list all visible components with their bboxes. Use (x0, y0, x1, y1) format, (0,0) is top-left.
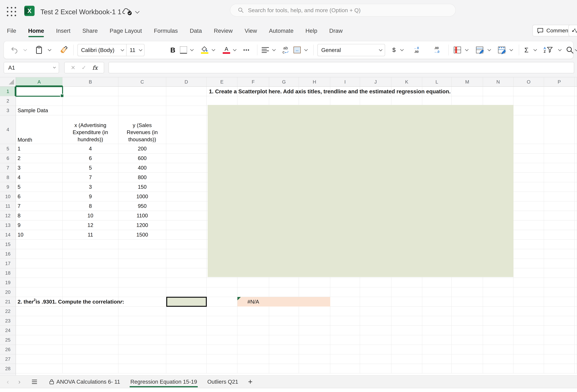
row-header-22[interactable]: 22 (0, 307, 16, 316)
cell-B24[interactable] (63, 326, 118, 335)
cell-K20[interactable] (391, 288, 422, 297)
cell-D12[interactable] (166, 211, 207, 221)
cell-A26[interactable] (16, 345, 63, 354)
cell-P8[interactable] (544, 173, 575, 182)
cell-G19[interactable] (269, 278, 299, 288)
column-header-F[interactable]: F (237, 77, 269, 87)
cell-H23[interactable] (299, 316, 330, 326)
cell-C12[interactable]: 1100 (118, 211, 166, 221)
select-all-corner[interactable] (0, 77, 16, 87)
column-header-A[interactable]: A (16, 77, 63, 87)
cell-B19[interactable] (63, 278, 118, 288)
cell-M2[interactable] (452, 96, 483, 106)
cell-K21[interactable] (391, 297, 422, 307)
cell-B14[interactable]: 11 (63, 230, 118, 240)
cell-P26[interactable] (544, 345, 575, 354)
cell-C14[interactable]: 1500 (118, 230, 166, 240)
cell-O11[interactable] (513, 201, 544, 211)
cell-K19[interactable] (391, 278, 422, 288)
cell-A19[interactable] (16, 278, 63, 288)
column-header-P[interactable]: P (544, 77, 575, 87)
increase-decimal-button[interactable]: ←0 .00 (414, 41, 419, 59)
cell-N1[interactable] (483, 87, 513, 96)
row-header-1[interactable]: 1 (0, 87, 16, 96)
cell-P9[interactable] (544, 182, 575, 192)
format-as-table-button[interactable] (476, 41, 483, 59)
cell-P23[interactable] (544, 316, 575, 326)
cell-C25[interactable] (118, 335, 166, 345)
cell-C26[interactable] (118, 345, 166, 354)
cell-Q25[interactable] (575, 335, 577, 345)
cell-F23[interactable] (237, 316, 269, 326)
cell-A3[interactable]: Sample Data (16, 106, 63, 115)
undo-button[interactable] (10, 41, 18, 59)
cell-A7[interactable]: 3 (16, 163, 63, 173)
menu-item-review[interactable]: Review (214, 28, 233, 34)
cell-O27[interactable] (513, 354, 544, 364)
cell-N21[interactable] (483, 297, 513, 307)
cell-J24[interactable] (360, 326, 391, 335)
column-header-partial[interactable] (575, 77, 577, 87)
cell-C13[interactable]: 1200 (118, 221, 166, 230)
cell-P3[interactable] (544, 106, 575, 115)
cell-J25[interactable] (360, 335, 391, 345)
excel-logo-icon[interactable]: X (24, 6, 35, 16)
fill-color-dropdown[interactable] (212, 41, 215, 59)
cell-K23[interactable] (391, 316, 422, 326)
cell-J27[interactable] (360, 354, 391, 364)
cancel-entry-button[interactable]: ✕ (71, 65, 75, 71)
column-header-E[interactable]: E (207, 77, 237, 87)
title-chevron-down-icon[interactable] (135, 9, 140, 14)
cell-P10[interactable] (544, 192, 575, 201)
cell-F20[interactable] (237, 288, 269, 297)
menu-item-share[interactable]: Share (82, 28, 98, 34)
cell-O9[interactable] (513, 182, 544, 192)
cell-O26[interactable] (513, 345, 544, 354)
row-header-7[interactable]: 7 (0, 163, 16, 173)
cell-A14[interactable]: 10 (16, 230, 63, 240)
cell-L2[interactable] (422, 96, 452, 106)
cell-F22[interactable] (237, 307, 269, 316)
cell-Q28[interactable] (575, 364, 577, 373)
cell-M24[interactable] (452, 326, 483, 335)
row-header-16[interactable]: 16 (0, 249, 16, 259)
cell-D22[interactable] (166, 307, 207, 316)
cell-C21[interactable] (118, 297, 166, 307)
cell-M21[interactable] (452, 297, 483, 307)
cell-C16[interactable] (118, 249, 166, 259)
cell-Q11[interactable] (575, 201, 577, 211)
cell-Q6[interactable] (575, 154, 577, 163)
cell-C22[interactable] (118, 307, 166, 316)
menu-item-formulas[interactable]: Formulas (154, 28, 178, 34)
cell-K26[interactable] (391, 345, 422, 354)
cell-D18[interactable] (166, 268, 207, 278)
merge-center-dropdown[interactable] (305, 41, 307, 59)
cell-C17[interactable] (118, 259, 166, 268)
cell-A4[interactable]: Month (16, 115, 63, 144)
row-header-19[interactable]: 19 (0, 278, 16, 288)
row-header-3[interactable]: 3 (0, 106, 16, 115)
cell-F25[interactable] (237, 335, 269, 345)
cell-A23[interactable] (16, 316, 63, 326)
cell-P11[interactable] (544, 201, 575, 211)
more-font-options-button[interactable]: ••• (243, 41, 250, 59)
column-header-L[interactable]: L (422, 77, 452, 87)
cell-Q1[interactable] (575, 87, 577, 96)
cell-D10[interactable] (166, 192, 207, 201)
cell-B11[interactable]: 8 (63, 201, 118, 211)
cell-D5[interactable] (166, 144, 207, 154)
cell-B4[interactable]: x (Advertising Expenditure (in hundreds)… (63, 115, 118, 144)
cell-O7[interactable] (513, 163, 544, 173)
autosum-button[interactable]: Σ (524, 41, 529, 59)
decrease-decimal-button[interactable]: .00 →.0 (433, 41, 439, 59)
cell-Q13[interactable] (575, 221, 577, 230)
cell-G24[interactable] (269, 326, 299, 335)
cell-E24[interactable] (207, 326, 237, 335)
cell-G20[interactable] (269, 288, 299, 297)
cell-I20[interactable] (330, 288, 360, 297)
row-header-9[interactable]: 9 (0, 182, 16, 192)
cell-P13[interactable] (544, 221, 575, 230)
cell-styles-dropdown[interactable] (510, 41, 512, 59)
cell-O19[interactable] (513, 278, 544, 288)
alignment-button[interactable] (262, 41, 269, 59)
